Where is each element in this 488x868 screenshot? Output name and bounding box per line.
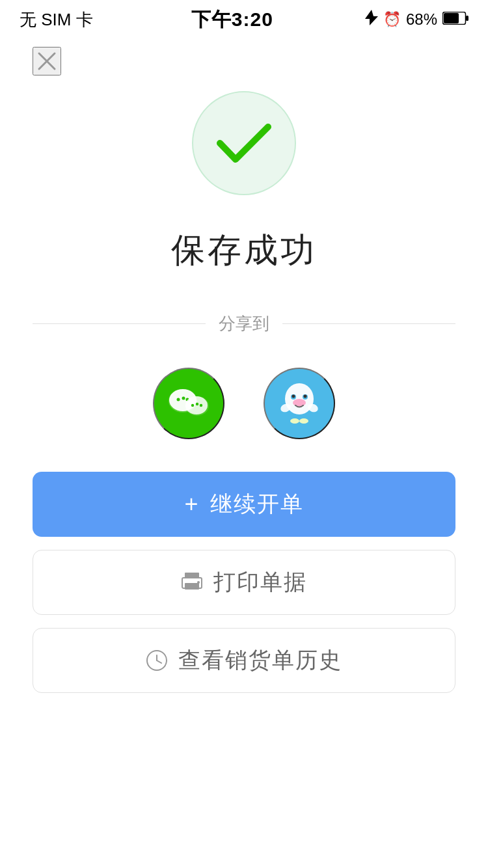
svg-rect-25 [185,573,199,578]
svg-point-24 [299,418,308,424]
success-icon-circle [192,91,296,195]
qq-icon [279,381,319,426]
svg-point-8 [177,398,180,401]
alarm-icon: ⏰ [383,11,401,28]
status-bar: 无 SIM 卡 下午3:20 ⏰ 68% [0,0,488,39]
location-icon [365,10,378,29]
history-button[interactable]: 查看销货单历史 [33,628,455,693]
time-display: 下午3:20 [191,7,273,33]
svg-rect-2 [444,13,459,23]
history-icon [146,649,168,671]
svg-rect-27 [185,583,199,590]
wechat-share-button[interactable] [153,368,224,439]
qq-share-button[interactable] [264,368,335,439]
svg-rect-1 [466,16,468,21]
close-button[interactable] [33,47,61,75]
share-icons [33,368,455,439]
svg-point-23 [290,418,299,424]
svg-point-19 [304,395,307,398]
svg-point-9 [182,397,185,400]
close-icon [35,49,59,73]
print-label: 打印单据 [213,567,307,597]
status-right: ⏰ 68% [365,10,468,29]
svg-line-31 [157,660,161,663]
history-label: 查看销货单历史 [178,645,342,675]
wechat-icon [166,384,211,423]
checkmark-icon [215,120,273,166]
svg-point-18 [292,395,295,398]
svg-point-12 [191,404,194,407]
print-icon [181,571,203,593]
share-label: 分享到 [219,312,269,335]
svg-point-20 [293,399,306,407]
plus-icon: + [184,491,199,518]
battery-percent: 68% [406,10,437,29]
print-button[interactable]: 打印单据 [33,550,455,615]
share-divider: 分享到 [33,312,455,335]
success-title: 保存成功 [171,228,317,273]
status-left: 无 SIM 卡 [20,8,100,31]
battery-icon [442,10,468,29]
svg-point-11 [185,396,208,414]
svg-point-14 [200,404,202,407]
main-content: 保存成功 分享到 [0,39,488,693]
carrier-label: 无 SIM 卡 [20,8,93,31]
continue-order-button[interactable]: + 继续开单 [33,472,455,537]
share-section: 分享到 [0,312,488,439]
continue-order-label: 继续开单 [210,489,304,519]
svg-point-13 [196,403,198,405]
actions-section: + 继续开单 打印单据 查看销货单历史 [0,472,488,693]
svg-point-28 [197,581,200,584]
